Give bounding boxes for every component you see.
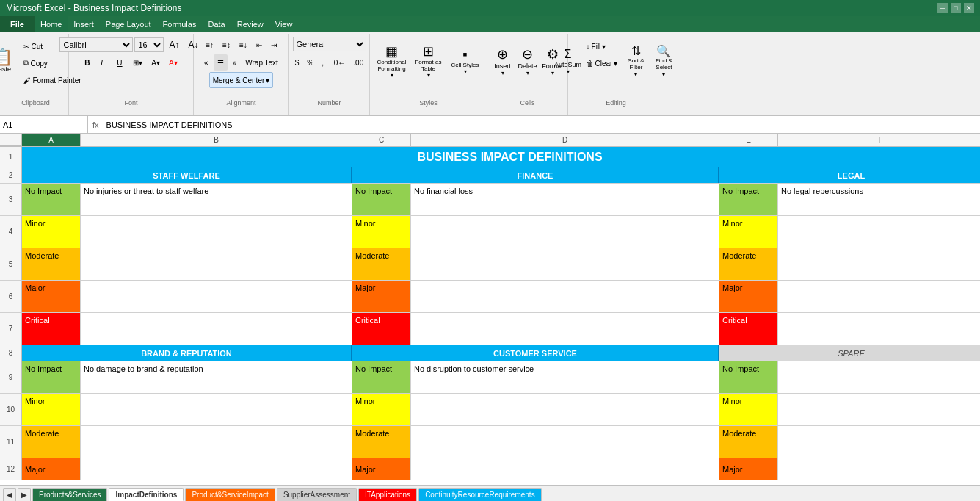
number-format-select[interactable]: General [293,37,366,51]
insert-button[interactable]: ⊕ Insert ▾ [491,37,515,85]
indent-increase-button[interactable]: ⇥ [267,37,280,53]
close-button[interactable]: ✕ [964,3,974,13]
cell-a6[interactable]: Major [22,281,81,312]
maximize-button[interactable]: □ [951,3,961,13]
cell-f7[interactable] [778,313,980,345]
col-header-d[interactable]: D [411,134,719,146]
sort-filter-button[interactable]: ⇅ Sort & Filter ▾ [623,37,649,85]
menu-file[interactable]: File [0,16,35,32]
decrease-decimal-button[interactable]: .0← [328,54,349,71]
percent-button[interactable]: % [303,54,317,71]
align-center-mid-button[interactable]: ≡↕ [219,37,234,53]
menu-home[interactable]: Home [35,16,68,32]
cell-c2[interactable]: FINANCE [352,167,719,183]
cell-f6[interactable] [778,281,980,312]
cell-e11[interactable]: Moderate [719,426,778,458]
cell-e3[interactable]: No Impact [719,184,778,215]
font-color-button[interactable]: A▾ [165,54,181,71]
currency-button[interactable]: $ [291,54,303,71]
align-right-button[interactable]: » [229,54,241,71]
cell-c5[interactable]: Moderate [352,248,411,280]
cell-c11[interactable]: Moderate [352,426,411,458]
cell-e6[interactable]: Major [719,281,778,312]
cell-b6[interactable] [81,281,352,312]
cell-f9[interactable] [778,361,980,393]
cell-d12[interactable] [411,458,719,480]
cell-b3[interactable]: No injuries or threat to staff welfare [81,184,352,215]
col-header-e[interactable]: E [719,134,778,146]
sheet-tab-impact-definitions[interactable]: ImpactDefinitions [109,488,184,501]
cell-f3[interactable]: No legal repercussions [778,184,980,215]
name-box[interactable]: A1 [0,116,88,133]
cell-a2[interactable]: STAFF WELFARE [22,167,352,183]
cell-styles-button[interactable]: ▪ Cell Styles ▾ [448,37,483,85]
bold-button[interactable]: B [81,54,95,71]
cell-d7[interactable] [411,313,719,345]
cell-a7[interactable]: Critical [22,313,81,345]
sheet-tab-product-service-impact[interactable]: Product&ServiceImpact [185,488,275,501]
find-select-button[interactable]: 🔍 Find & Select ▾ [650,37,677,85]
menu-insert[interactable]: Insert [68,16,100,32]
tab-nav-next[interactable]: ▶ [18,488,31,501]
align-left-top-button[interactable]: ≡↑ [202,37,217,53]
cell-b5[interactable] [81,248,352,280]
cell-d5[interactable] [411,248,719,280]
cell-d4[interactable] [411,216,719,248]
cell-b4[interactable] [81,216,352,248]
cell-d9[interactable]: No disruption to customer service [411,361,719,393]
cell-c4[interactable]: Minor [352,216,411,248]
tab-nav-prev[interactable]: ◀ [3,488,16,501]
menu-view[interactable]: View [269,16,299,32]
cell-c8[interactable]: CUSTOMER SERVICE [352,345,719,361]
cell-d10[interactable] [411,394,719,425]
cell-a1[interactable]: BUSINESS IMPACT DEFINITIONS [22,147,980,167]
cell-c10[interactable]: Minor [352,394,411,425]
cell-e7[interactable]: Critical [719,313,778,345]
clear-button[interactable]: 🗑 Clear▾ [583,55,622,71]
col-header-b[interactable]: B [81,134,352,146]
cell-e5[interactable]: Moderate [719,248,778,280]
paste-button[interactable]: 📋 Paste [0,37,18,85]
cell-e8[interactable]: SPARE [719,345,980,361]
cell-f5[interactable] [778,248,980,280]
indent-decrease-button[interactable]: ⇤ [253,37,266,53]
delete-button[interactable]: ⊖ Delete ▾ [516,37,540,85]
cell-b9[interactable]: No damage to brand & reputation [81,361,352,393]
merge-center-button[interactable]: Merge & Center▾ [209,72,274,88]
cell-a3[interactable]: No Impact [22,184,81,215]
align-left-button[interactable]: « [200,54,212,71]
cell-f10[interactable] [778,394,980,425]
sheet-tab-supplier-assessment[interactable]: SupplierAssessment [277,488,357,501]
fill-button[interactable]: ↓ Fill▾ [583,38,622,54]
cell-c3[interactable]: No Impact [352,184,411,215]
conditional-formatting-button[interactable]: ▦ Conditional Formatting ▾ [374,37,410,85]
cell-a9[interactable]: No Impact [22,361,81,393]
formula-input[interactable]: BUSINESS IMPACT DEFINITIONS [104,120,980,129]
col-header-a[interactable]: A [22,134,81,146]
menu-review[interactable]: Review [231,16,269,32]
cell-a11[interactable]: Moderate [22,426,81,458]
fill-color-button[interactable]: A▾ [148,54,164,71]
cell-b7[interactable] [81,313,352,345]
cell-d3[interactable]: No financial loss [411,184,719,215]
cell-a10[interactable]: Minor [22,394,81,425]
cell-c9[interactable]: No Impact [352,361,411,393]
sheet-tab-products-services[interactable]: Products&Services [32,488,107,501]
cell-e10[interactable]: Minor [719,394,778,425]
cell-e4[interactable]: Minor [719,216,778,248]
menu-page-layout[interactable]: Page Layout [100,16,157,32]
cell-b10[interactable] [81,394,352,425]
cell-a4[interactable]: Minor [22,216,81,248]
font-name-select[interactable]: Calibri [59,37,133,52]
cell-c7[interactable]: Critical [352,313,411,345]
comma-button[interactable]: , [318,54,327,71]
increase-font-button[interactable]: A↑ [165,37,183,53]
cell-e9[interactable]: No Impact [719,361,778,393]
cell-f11[interactable] [778,426,980,458]
cell-c12[interactable]: Major [352,458,411,480]
cell-a8[interactable]: BRAND & REPUTATION [22,345,352,361]
autosum-button[interactable]: Σ AutoSum ▾ [555,37,581,85]
cell-e2[interactable]: LEGAL [719,167,980,183]
border-button[interactable]: ⊞▾ [129,54,146,71]
cell-e12[interactable]: Major [719,458,778,480]
